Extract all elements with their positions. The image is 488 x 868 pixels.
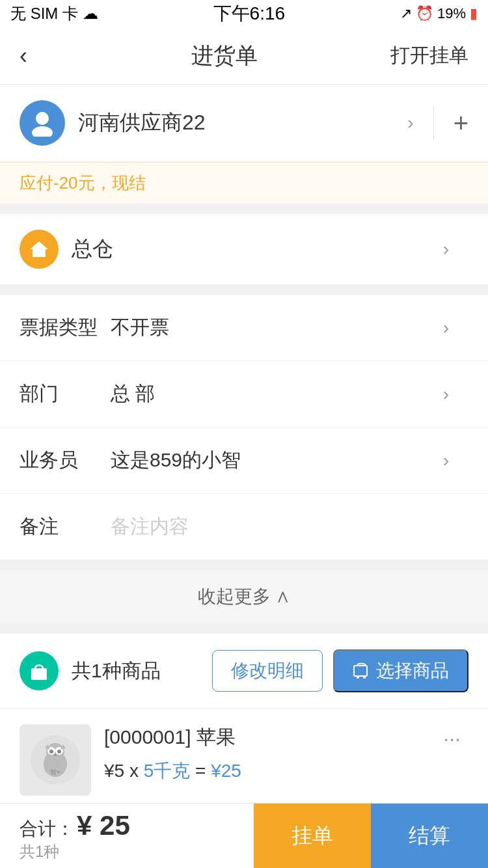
supplier-avatar [20,100,65,146]
invoice-row[interactable]: 票据类型 不开票 › [0,295,488,361]
product-code: [0000001] [104,726,191,748]
dept-label: 部门 [20,381,98,407]
invoice-value: 不开票 [98,314,443,341]
settle-button[interactable]: 结算 [371,804,488,869]
svg-rect-3 [354,666,367,676]
notice-bar: 应付-20元，现结 [0,162,488,204]
vertical-divider [433,107,434,139]
sim-status: 无 SIM 卡 ☁ [10,3,98,24]
svg-point-12 [57,750,61,753]
battery-level: 19% [437,5,466,22]
product-icon [20,651,59,690]
remark-row[interactable]: 备注 备注内容 [0,494,488,560]
total-section: 合计： ¥ 25 共1种 [0,810,254,862]
svg-point-11 [49,750,53,753]
subtotal: ¥25 [211,761,241,781]
dept-value: 总 部 [98,381,443,407]
product-price: ¥5 x 5千克 = ¥25 [104,759,435,783]
total-label: 合计： [20,817,74,841]
product-header: 共1种商品 修改明细 选择商品 [0,634,488,709]
svg-point-4 [357,676,359,679]
form-section: 票据类型 不开票 › 部门 总 部 › 业务员 这是859的小智 › 备注 备注… [0,295,488,560]
unit-price: ¥5 [104,761,124,781]
main-content: 河南供应商22 › + 应付-20元，现结 总仓 › 票据类型 不开票 › 部门… [0,85,488,868]
multiply-sign: x [129,761,144,781]
dept-chevron-icon: › [443,384,449,405]
svg-point-0 [36,112,49,125]
select-product-button[interactable]: 选择商品 [333,649,468,692]
bottom-bar: 合计： ¥ 25 共1种 挂单 结算 [0,803,488,868]
equals-sign: = [195,761,211,781]
warehouse-chevron-icon: › [443,239,449,260]
product-info: [0000001] 苹果 ¥5 x 5千克 = ¥25 [104,724,435,783]
product-image: 智+ [29,734,81,786]
house-icon [29,239,49,260]
edit-detail-button[interactable]: 修改明细 [212,650,323,692]
supplier-chevron-icon: › [407,113,413,133]
svg-point-1 [32,126,53,137]
invoice-label: 票据类型 [20,314,98,341]
staff-row[interactable]: 业务员 这是859的小智 › [0,427,488,494]
supplier-name: 河南供应商22 [78,109,407,137]
product-section: 共1种商品 修改明细 选择商品 [0,634,488,811]
nav-bar: ‹ 进货单 打开挂单 [0,27,488,85]
warehouse-icon [20,230,59,269]
battery-icon: ▮ [470,5,478,22]
cart-icon [353,662,371,680]
bag-icon [27,659,51,683]
svg-rect-2 [31,668,47,680]
alarm-icon: ⏰ [416,5,433,22]
product-title: 苹果 [197,726,236,748]
collapse-row[interactable]: 收起更多 ∧ [0,570,488,623]
invoice-chevron-icon: › [443,318,449,338]
product-thumbnail: 智+ [20,724,91,796]
total-count: 共1种 [20,841,234,862]
svg-text:智+: 智+ [50,768,61,776]
product-name: [0000001] 苹果 [104,724,435,751]
more-options-button[interactable]: ··· [435,724,468,753]
status-left: 无 SIM 卡 ☁ [10,3,98,24]
staff-chevron-icon: › [443,450,449,471]
dept-row[interactable]: 部门 总 部 › [0,361,488,427]
remark-input[interactable]: 备注内容 [98,513,468,540]
status-time: 下午6:16 [213,1,286,26]
back-button[interactable]: ‹ [20,42,59,70]
svg-point-5 [363,676,366,679]
product-count: 共1种商品 [72,658,212,685]
supplier-row[interactable]: 河南供应商22 › + [0,85,488,162]
status-bar: 无 SIM 卡 ☁ 下午6:16 ↗ ⏰ 19% ▮ [0,0,488,27]
supplier-card: 河南供应商22 › + 应付-20元，现结 [0,85,488,204]
staff-label: 业务员 [20,447,98,474]
page-title: 进货单 [191,41,258,71]
location-icon: ↗ [400,5,412,22]
quantity: 5千克 [144,761,191,781]
select-product-label: 选择商品 [376,658,449,683]
hang-button[interactable]: 挂单 [254,804,371,869]
warehouse-row[interactable]: 总仓 › [0,214,488,284]
add-supplier-button[interactable]: + [454,109,468,138]
remark-label: 备注 [20,513,98,540]
open-hang-button[interactable]: 打开挂单 [390,42,468,69]
product-item: 智+ [0000001] 苹果 ¥5 x 5千克 = ¥25 ··· [0,709,488,811]
status-right: ↗ ⏰ 19% ▮ [400,5,478,22]
staff-value: 这是859的小智 [98,447,443,474]
total-amount: ¥ 25 [77,810,130,841]
warehouse-name: 总仓 [72,235,443,264]
collapse-label: 收起更多 ∧ [198,584,291,609]
person-icon [29,109,56,137]
